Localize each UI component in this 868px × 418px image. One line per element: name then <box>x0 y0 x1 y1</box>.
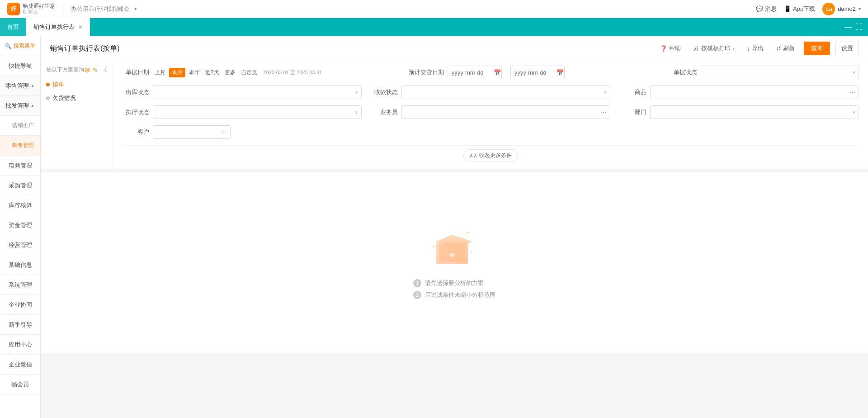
step-1-number: 1 <box>413 279 421 287</box>
tab-minimize-icon[interactable]: — <box>844 23 852 31</box>
expected-date-from-input[interactable] <box>448 66 502 79</box>
filter-field-customer: 客户 ··· <box>122 125 231 139</box>
top-bar-left: 好 畅捷通好生意 标准版 | 办公用品行业模拟账套 ▾ <box>7 3 137 15</box>
scheme-edit-btn[interactable]: ✎ <box>93 66 98 74</box>
tab-bar: 首页 销售订单执行表 ✕ — ⛶ <box>0 18 868 36</box>
doc-status-select[interactable] <box>701 66 859 79</box>
filter-field-salesperson: 业务员 ··· <box>371 105 610 119</box>
product-input[interactable] <box>650 86 859 99</box>
date-separator: — <box>503 69 509 76</box>
filter-row-1: 单据日期 上月 本月 本年 近7天 更多 自定义 20 <box>122 66 859 79</box>
date-range-hint: 2023-03-01 至 2023-03-31 <box>264 69 322 76</box>
svg-text:✦: ✦ <box>432 244 435 249</box>
scheme-header-actions: ⊕ ✎ 《 <box>84 66 107 74</box>
sidebar-item-system[interactable]: 系统管理 <box>0 275 40 295</box>
date-tab-last-month[interactable]: 上月 <box>153 68 167 77</box>
filter-field-date: 单据日期 上月 本月 本年 近7天 更多 自定义 20 <box>122 68 400 77</box>
date-tab-this-year[interactable]: 本年 <box>187 68 202 77</box>
tab-close-icon[interactable]: ✕ <box>78 24 83 30</box>
sidebar-item-finance[interactable]: 资金管理 <box>0 215 40 235</box>
filter-row-3: 执行状态 ▾ 业务员 <box>122 105 859 119</box>
sidebar-item-ecommerce[interactable]: 电商管理 <box>0 156 40 176</box>
scheme-collapse-btn[interactable]: 《 <box>101 66 107 74</box>
product-dots-icon[interactable]: ··· <box>849 88 855 96</box>
user-dropdown-icon: ▾ <box>859 6 861 11</box>
sidebar-item-sales[interactable]: 销售管理 <box>0 136 40 156</box>
dept-select-wrap: ▾ <box>650 105 859 119</box>
exec-status-select[interactable] <box>153 105 362 119</box>
app-download-btn[interactable]: 📱 App下载 <box>784 5 815 13</box>
sidebar-item-wholesale[interactable]: 批发管理 ▲ <box>0 96 40 116</box>
refresh-icon: ↺ <box>776 45 781 52</box>
dept-select[interactable] <box>650 105 859 119</box>
scheme-panel: 按以下方案查询 ⊕ ✎ 《 按单 欠货情况 <box>41 60 113 169</box>
sidebar-item-apps[interactable]: 应用中心 <box>0 335 40 355</box>
sidebar-item-management[interactable]: 经营管理 <box>0 235 40 255</box>
logo-icon: 好 <box>7 3 20 15</box>
tab-home[interactable]: 首页 <box>0 18 26 36</box>
date-tab-this-month[interactable]: 本月 <box>169 68 185 77</box>
collection-label: 收款状态 <box>371 88 398 96</box>
date-range-wrap: 上月 本月 本年 近7天 更多 自定义 2023-03-01 至 2023-03… <box>153 68 400 77</box>
nav-title-dropdown-icon[interactable]: ▾ <box>134 6 137 12</box>
empty-state-illustration: ✦ ✦ ✦ <box>427 223 481 270</box>
filter-field-collection: 收款状态 ▾ <box>371 86 610 99</box>
sidebar-item-member[interactable]: 畅会员 <box>0 375 40 394</box>
svg-text:✦: ✦ <box>466 230 470 236</box>
sidebar-item-enterprise[interactable]: 企业协同 <box>0 295 40 315</box>
filter-field-exec-status: 执行状态 ▾ <box>122 105 362 119</box>
refresh-btn[interactable]: ↺ 刷新 <box>773 43 798 54</box>
user-area[interactable]: Ea demo2 ▾ <box>822 3 861 15</box>
top-bar-right: 💬 消息 📱 App下载 Ea demo2 ▾ <box>756 3 861 15</box>
sidebar-item-purchase[interactable]: 采购管理 <box>0 176 40 195</box>
filter-field-expected-date: 预计交货日期 📅 — 📅 <box>409 66 661 79</box>
sidebar-item-guide[interactable]: 新手引导 <box>0 315 40 335</box>
tab-sales-execution[interactable]: 销售订单执行表 ✕ <box>26 18 90 36</box>
scheme-item-by-order[interactable]: 按单 <box>41 78 113 91</box>
scheme-header: 按以下方案查询 ⊕ ✎ 《 <box>41 66 113 78</box>
date-tab-more[interactable]: 更多 <box>223 68 237 77</box>
salesperson-input[interactable] <box>401 105 610 119</box>
customer-input[interactable] <box>153 125 231 139</box>
message-icon: 💬 <box>756 5 763 12</box>
query-button[interactable]: 查询 <box>804 42 830 55</box>
sidebar-quick-nav[interactable]: 快捷导航 <box>0 56 40 76</box>
expected-date-to-input[interactable] <box>510 66 565 79</box>
collection-select[interactable] <box>401 86 610 99</box>
wholesale-arrow-icon: ▲ <box>30 103 35 108</box>
empty-step-2: 2 用过滤条件来缩小分析范围 <box>413 291 495 299</box>
avatar: Ea <box>822 3 835 15</box>
export-btn[interactable]: ↓ 导出 <box>744 43 768 54</box>
salesperson-input-wrap: ··· <box>401 105 610 119</box>
salesperson-label: 业务员 <box>371 108 398 116</box>
collapse-btn[interactable]: ∧∧ 收起更多条件 <box>463 149 518 162</box>
customer-input-wrap: ··· <box>153 125 231 139</box>
sidebar-search[interactable]: 🔍 搜索菜单 <box>0 36 40 56</box>
date-tab-custom[interactable]: 自定义 <box>239 68 259 77</box>
filter-field-delivery: 出库状态 ▾ <box>122 86 362 99</box>
sidebar-item-retail[interactable]: 零售管理 ▲ <box>0 76 40 96</box>
date-tab-7days[interactable]: 近7天 <box>203 68 221 77</box>
collapse-row: ∧∧ 收起更多条件 <box>122 145 859 163</box>
customer-dots-icon[interactable]: ··· <box>221 128 226 136</box>
tab-fullscreen-icon[interactable]: ⛶ <box>855 23 863 31</box>
filter-row-2: 出库状态 ▾ 收款状态 <box>122 86 859 99</box>
page-title: 销售订单执行表(按单) <box>50 44 120 53</box>
scheme-dot-active <box>46 83 50 86</box>
print-btn[interactable]: 🖨 按模板打印 ▾ <box>690 43 738 54</box>
sidebar-item-marketing[interactable]: 营销推广 <box>0 116 40 136</box>
delivery-select[interactable] <box>153 86 362 99</box>
salesperson-dots-icon[interactable]: ··· <box>601 108 607 116</box>
sidebar-item-wechat[interactable]: 企业微信 <box>0 355 40 375</box>
scheme-add-btn[interactable]: ⊕ <box>84 66 90 74</box>
message-btn[interactable]: 💬 消息 <box>756 5 777 13</box>
sidebar-item-inventory[interactable]: 库存核算 <box>0 195 40 215</box>
empty-step-1: 1 请先选择要分析的方案 <box>413 279 495 287</box>
settings-button[interactable]: 设置 <box>835 42 859 55</box>
sidebar-item-basic[interactable]: 基础信息 <box>0 255 40 275</box>
scheme-dot-inactive <box>46 96 50 100</box>
scheme-item-shortage[interactable]: 欠货情况 <box>41 91 113 105</box>
page-header-actions: ❓ 帮助 🖨 按模板打印 ▾ ↓ 导出 ↺ 刷新 查询 设置 <box>656 42 859 55</box>
filter-panel-inner: 按以下方案查询 ⊕ ✎ 《 按单 欠货情况 <box>41 60 868 169</box>
help-btn[interactable]: ❓ 帮助 <box>656 43 684 54</box>
